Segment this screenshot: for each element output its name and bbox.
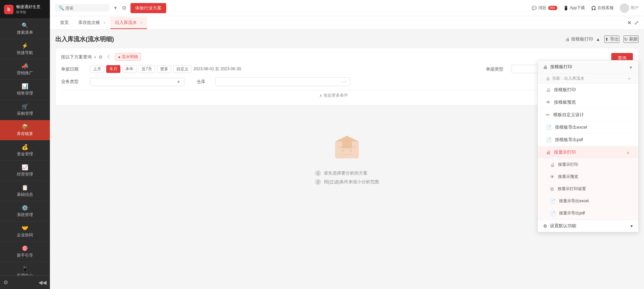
tab-inout-flow-close[interactable]: × <box>140 21 142 25</box>
sidebar-item-finance[interactable]: 💰 资金管理 <box>0 140 50 161</box>
sidebar-item-operations[interactable]: 📈 经营管理 <box>0 161 50 181</box>
inventory-icon: 📦 <box>22 124 28 130</box>
sidebar-item-app-center[interactable]: 📱 应用中心 <box>0 262 50 275</box>
business-type-label: 业务类型 <box>61 79 85 85</box>
tab-batch-account-close[interactable]: × <box>104 21 106 25</box>
date-btn-last-month[interactable]: 上月 <box>90 65 104 73</box>
sidebar-item-inventory[interactable]: 📦 库存核算 <box>0 120 50 140</box>
template-print-button[interactable]: 🖨 按模板打印 ▲ <box>565 36 600 42</box>
warehouse-three-dot[interactable]: ⋯ <box>342 79 347 84</box>
dropdown-current-label[interactable]: 🖨 当前：出入库流水 ▾ <box>538 74 638 84</box>
quick-nav-icon: ⚡ <box>22 43 28 49</box>
date-btn-this-month[interactable]: 本月 <box>106 65 120 73</box>
sidebar-bottom: ⚙ ◀◀ <box>0 275 50 289</box>
dropdown-item-display-preview[interactable]: 👁 按显示预览 <box>538 171 638 183</box>
filter-date-row: 单据日期 上月 本月 本年 近7天 更多 自定义 2023-06-01 至 20… <box>61 65 606 73</box>
step-num-2: 2 <box>315 179 321 185</box>
dropdown-item-display-export-excel[interactable]: 📄 按显示导出excel <box>538 195 638 207</box>
date-field-label: 单据日期 <box>61 66 85 72</box>
date-btn-custom[interactable]: 自定义 <box>173 65 192 73</box>
topbar-search-box[interactable]: 🔍 <box>55 4 109 12</box>
business-type-chevron-icon: ▼ <box>176 79 181 84</box>
date-btn-more[interactable]: 更多 <box>157 65 171 73</box>
dropdown-header[interactable]: 🖨 按模板打印 ▲ <box>538 60 638 74</box>
sidebar-item-cooperation[interactable]: 🤝 企业协同 <box>0 221 50 242</box>
sidebar-item-purchase[interactable]: 🛒 采购管理 <box>0 100 50 120</box>
message-button[interactable]: 💬 消息 99+ <box>532 5 557 11</box>
dropdown-item-display-print-section[interactable]: 🖨 按显示打印 ▲ <box>538 146 638 159</box>
cooperation-icon: 🤝 <box>22 225 28 231</box>
dropdown-item-display-export-pdf[interactable]: 📄 按显示导出pdf <box>538 207 638 219</box>
logo-icon: b <box>4 5 13 14</box>
dropdown-item-template-print[interactable]: 🖨 按模板打印 <box>538 84 638 96</box>
collapse-filter-button[interactable]: ∧ 收起更多条件 <box>61 90 606 100</box>
template-print-item-icon: 🖨 <box>546 87 551 93</box>
sidebar-item-marketing[interactable]: 📣 营销推广 <box>0 59 50 80</box>
sidebar-item-search-menu[interactable]: 🔍 搜索菜单 <box>0 19 50 39</box>
page-header-actions: 🖨 按模板打印 ▲ ⬆ 导出 ↻ 刷新 <box>565 35 639 43</box>
app-center-icon: 📱 <box>22 265 28 272</box>
display-preview-icon: 👁 <box>550 174 555 180</box>
search-input[interactable] <box>65 6 103 10</box>
search-icon: 🔍 <box>59 5 64 10</box>
dropdown-item-display-print-settings[interactable]: ⚙ 按显示打印设置 <box>538 183 638 195</box>
online-service-button[interactable]: 🎧 在线客服 <box>591 5 614 11</box>
svg-point-6 <box>350 150 352 152</box>
sidebar-item-guide[interactable]: 🎯 新手引导 <box>0 242 50 262</box>
main-content: 🔍 ▼ ⚙ 体验行业方案 💬 消息 99+ 📱 App下载 🎧 在线客服 <box>50 0 644 289</box>
filter-row-1: 按以下方案查询 + ⚙ 《 ● 流水明细 <box>61 53 606 61</box>
dropdown-header-chevron: ▲ <box>629 64 633 69</box>
user-avatar-button[interactable]: 用户 <box>620 3 639 13</box>
topbar-settings-icon[interactable]: ⚙ <box>122 5 126 11</box>
dropdown-item-template-preview[interactable]: 👁 按模板预览 <box>538 96 638 109</box>
sidebar-settings-btn[interactable]: ⚙ <box>3 279 8 286</box>
topbar-chevron-icon[interactable]: ▼ <box>113 5 118 10</box>
app-download-button[interactable]: 📱 App下载 <box>563 5 585 11</box>
guide-icon: 🎯 <box>22 245 28 252</box>
page-title: 出入库流水(流水明细) <box>55 35 114 43</box>
empty-illustration <box>330 130 364 163</box>
template-preview-item-icon: 👁 <box>546 100 551 105</box>
sidebar-item-quick-nav[interactable]: ⚡ 快捷导航 <box>0 39 50 59</box>
app-name: 畅捷通好生意 <box>16 4 40 10</box>
current-icon: 🖨 <box>546 76 550 81</box>
tab-maximize-button[interactable]: ⤢ <box>634 20 639 26</box>
empty-steps: 1 请先选择要分析的方案 2 用[过滤]条件来缩小分析范围 <box>315 170 379 188</box>
message-badge: 99+ <box>548 6 557 10</box>
display-print-settings-icon: ⚙ <box>550 186 554 192</box>
date-btn-this-year[interactable]: 本年 <box>122 65 137 73</box>
sidebar-item-system[interactable]: ⚙️ 系统管理 <box>0 201 50 221</box>
filter-tag-icon: ● <box>118 55 120 59</box>
dropdown-item-template-custom[interactable]: ✏ 模板自定义设计 <box>538 109 638 121</box>
tab-inout-flow[interactable]: 出入库流水 × <box>110 17 147 29</box>
filter-add-icon[interactable]: + <box>94 54 96 60</box>
dropdown-item-template-export-pdf[interactable]: 📄 按模板导出pdf <box>538 134 638 146</box>
date-btn-last-7[interactable]: 近7天 <box>139 65 155 73</box>
page-content: 出入库流水(流水明细) 🖨 按模板打印 ▲ ⬆ 导出 ↻ 刷新 <box>50 30 644 289</box>
topbar-left: 🔍 ▼ ⚙ 体验行业方案 <box>55 3 166 13</box>
industry-solution-button[interactable]: 体验行业方案 <box>130 3 166 13</box>
dropdown-footer[interactable]: ⚙ 设置默认功能 ▾ <box>538 219 638 232</box>
tab-batch-account[interactable]: 库存批次账 × <box>74 17 110 29</box>
filter-arrow-icon[interactable]: 《 <box>105 54 110 60</box>
dropdown-item-template-export-excel[interactable]: 📄 按模板导出excel <box>538 121 638 134</box>
tab-close-window-button[interactable]: ✕ <box>627 20 632 26</box>
export-button[interactable]: ⬆ 导出 <box>604 35 619 43</box>
search-menu-icon: 🔍 <box>22 22 28 29</box>
template-custom-item-icon: ✏ <box>546 112 550 117</box>
display-print-section-icon: 🖨 <box>546 150 551 155</box>
sidebar-item-sales[interactable]: 📊 销售管理 <box>0 80 50 100</box>
warehouse-select[interactable]: ⋯ <box>215 77 350 86</box>
display-print-section-arrow: ▲ <box>626 150 630 155</box>
filter-settings-icon[interactable]: ⚙ <box>98 54 103 60</box>
topbar-right: 💬 消息 99+ 📱 App下载 🎧 在线客服 用户 <box>532 3 639 13</box>
dropdown-item-display-print[interactable]: 🖨 按显示打印 <box>538 159 638 171</box>
dropdown-panel: 🖨 按模板打印 ▲ 🖨 当前：出入库流水 ▾ 🖨 按模板打印 👁 按模板预览 <box>537 60 639 232</box>
user-name: 用户 <box>631 5 639 11</box>
tab-home[interactable]: 首页 <box>55 17 74 29</box>
sidebar-item-basic-info[interactable]: 📋 基础信息 <box>0 181 50 201</box>
tabs-actions: ✕ ⤢ <box>627 20 639 26</box>
refresh-button[interactable]: ↻ 刷新 <box>623 35 639 43</box>
sidebar-collapse-btn[interactable]: ◀◀ <box>38 279 47 286</box>
business-type-select[interactable]: ▼ <box>90 78 184 86</box>
